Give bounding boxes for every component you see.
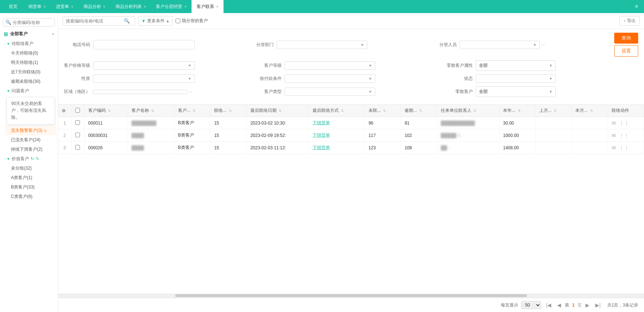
phone-input[interactable]: [93, 40, 195, 49]
row-1-checkbox[interactable]: [75, 120, 80, 125]
name-sort-icon[interactable]: ⇅: [151, 109, 154, 113]
row-code-2: 00030031: [84, 129, 128, 142]
sidebar-item-ungrouped[interactable]: 未分组(32): [5, 164, 56, 173]
row-contact-2: 15: [210, 129, 247, 142]
table-settings-icon[interactable]: ⚙: [62, 108, 66, 113]
nav-item-customer-contact[interactable]: 客户联系 ×: [192, 0, 224, 13]
sidebar-item-class-b[interactable]: B类客户(33): [5, 183, 56, 192]
contact-sort-icon[interactable]: ⇅: [229, 109, 232, 113]
filter-search-box[interactable]: 🔍: [63, 16, 135, 25]
sidebar-search-box[interactable]: 🔍: [3, 18, 55, 27]
horizontal-scrollbar[interactable]: [58, 293, 644, 298]
select-all-checkbox[interactable]: [75, 108, 80, 113]
contact-action-icon-2[interactable]: ✉: [612, 133, 616, 138]
person-select[interactable]: ▼: [460, 41, 540, 49]
contact-action-icon-3[interactable]: ✉: [612, 145, 616, 151]
more-action-icon-2[interactable]: ⋮⋮: [619, 133, 629, 138]
row-2-checkbox[interactable]: [75, 133, 80, 137]
filter-toolbar: 🔍 ▼ 更多条件 ▲ 我分管的客户 ↑ 导出: [58, 13, 644, 29]
close-purchase-tab[interactable]: ×: [71, 5, 73, 9]
person-more-button[interactable]: ···: [540, 42, 546, 47]
code-sort-icon[interactable]: ⇅: [108, 109, 111, 113]
row-actions-3: ✉ ⋮⋮: [608, 142, 644, 154]
more-conditions-button[interactable]: ▼ 更多条件 ▲: [138, 16, 173, 26]
nav-item-analysis-list[interactable]: 商品分析列表 ×: [110, 0, 151, 13]
row-unlink-2: 117: [365, 129, 401, 142]
nav-item-customer-tier[interactable]: 客户分层经营 ×: [151, 0, 192, 13]
nav-item-analysis[interactable]: 商品分析 ×: [79, 0, 110, 13]
last-month-sort-icon[interactable]: ⇅: [554, 109, 557, 113]
scrollbar-thumb[interactable]: [175, 294, 527, 297]
close-customer-tier-tab[interactable]: ×: [184, 5, 186, 9]
last-method-link-1[interactable]: 下销货单: [313, 120, 330, 125]
th-contact: 联络... ⇅: [210, 105, 247, 117]
edit-icon[interactable]: ✎: [36, 156, 39, 161]
overdue-sort-icon[interactable]: ⇅: [419, 109, 422, 113]
window-close-button[interactable]: ×: [632, 3, 641, 10]
collapse-icon: «: [52, 32, 54, 36]
my-customers-check[interactable]: [176, 19, 180, 23]
region-more-button[interactable]: ···: [188, 89, 194, 94]
nav-item-sales[interactable]: 销货单 ×: [23, 0, 51, 13]
this-month-sort-icon[interactable]: ⇅: [590, 109, 593, 113]
last-date-sort-icon[interactable]: ⇅: [279, 109, 282, 113]
zero-customer-select[interactable]: 全部 ▼: [476, 86, 556, 97]
unlink-sort-icon[interactable]: ⇅: [383, 109, 386, 113]
filter-search-button[interactable]: 🔍: [124, 18, 130, 24]
status-select[interactable]: ▼: [476, 74, 556, 83]
sidebar-item-7days[interactable]: 近7天待联络(0): [5, 68, 56, 77]
dept-select[interactable]: ▼: [277, 41, 367, 49]
last-method-link-2[interactable]: 下销货单: [313, 133, 330, 138]
problem-customers-title[interactable]: ▼ 问题客户: [4, 86, 58, 96]
export-button[interactable]: ↑ 导出: [619, 16, 640, 26]
next-page-button[interactable]: ▶: [583, 301, 592, 309]
this-year-sort-icon[interactable]: ⇅: [518, 109, 521, 113]
last-method-sort-icon[interactable]: ⇅: [341, 109, 344, 113]
nav-item-home[interactable]: 首页: [3, 0, 23, 13]
refresh-icon[interactable]: ↻: [31, 156, 34, 161]
sidebar-item-churn-warning[interactable]: 流失预警客户(3) ⚠: [5, 126, 56, 135]
sidebar-item-declining[interactable]: 持续下滑客户(2): [5, 145, 56, 154]
row-contact-3: 15: [210, 142, 247, 154]
close-sales-tab[interactable]: ×: [44, 5, 46, 9]
price-level-select[interactable]: ▼: [93, 61, 195, 70]
nav-item-purchase[interactable]: 进货单 ×: [51, 0, 79, 13]
settings-button[interactable]: 设置: [614, 45, 638, 57]
close-analysis-tab[interactable]: ×: [103, 5, 105, 9]
type-sort-icon[interactable]: ⇅: [193, 109, 196, 113]
region-select[interactable]: [93, 90, 188, 94]
filter-search-input[interactable]: [66, 19, 124, 24]
all-customers-header[interactable]: ⊞ 全部客户 «: [0, 29, 58, 39]
th-gear[interactable]: ⚙: [58, 105, 71, 117]
sidebar-item-today[interactable]: 今天待联络(0): [5, 49, 56, 58]
value-customers-title[interactable]: ▼ 价值客户 ↻ ✎: [4, 154, 58, 163]
sidebar-item-tomorrow[interactable]: 明天待联络(1): [5, 58, 56, 67]
last-page-button[interactable]: ▶|: [593, 301, 603, 309]
payment-select[interactable]: ▼: [285, 74, 375, 83]
my-customers-checkbox[interactable]: 我分管的客户: [176, 18, 208, 24]
customer-type-select[interactable]: ▼: [285, 88, 375, 96]
close-customer-contact-tab[interactable]: ×: [216, 5, 218, 9]
customer-level-select[interactable]: ▼: [285, 61, 375, 70]
first-page-button[interactable]: |◀: [544, 301, 554, 309]
zero-attr-select[interactable]: 全部 ▼: [476, 60, 556, 71]
more-action-icon-3[interactable]: ⋮⋮: [619, 145, 629, 151]
page-size-select[interactable]: 50 20 100: [521, 301, 541, 309]
sidebar-search-input[interactable]: [13, 20, 52, 25]
close-analysis-list-tab[interactable]: ×: [144, 5, 146, 9]
query-button[interactable]: 查询: [614, 33, 638, 44]
row-3-checkbox[interactable]: [75, 145, 80, 150]
prev-page-button[interactable]: ◀: [555, 301, 563, 309]
more-action-icon-1[interactable]: ⋮⋮: [619, 120, 629, 126]
problem-customers-group: ▼ 问题客户 90天未交易的客户，可能有流失风险。 流失预警客户(3) ⚠ 已流…: [0, 86, 58, 154]
contact-action-icon-1[interactable]: ✉: [612, 120, 616, 126]
sidebar-item-churned[interactable]: 已流失客户(24): [5, 135, 56, 145]
sidebar-item-overdue[interactable]: 逾期未联络(30): [5, 77, 56, 86]
value-customers-group: ▼ 价值客户 ↻ ✎ 未分组(32) A类客户(1) B类客户(33) C类客户…: [0, 154, 58, 201]
sidebar-item-class-c[interactable]: C类客户(6): [5, 192, 56, 201]
sidebar-item-class-a[interactable]: A类客户(1): [5, 173, 56, 182]
pending-contact-title[interactable]: ▼ 待联络客户: [4, 39, 58, 48]
gender-select[interactable]: ▼: [93, 74, 195, 83]
person-sort-icon[interactable]: ⇅: [474, 109, 476, 113]
last-method-link-3[interactable]: 下销货单: [313, 145, 330, 150]
